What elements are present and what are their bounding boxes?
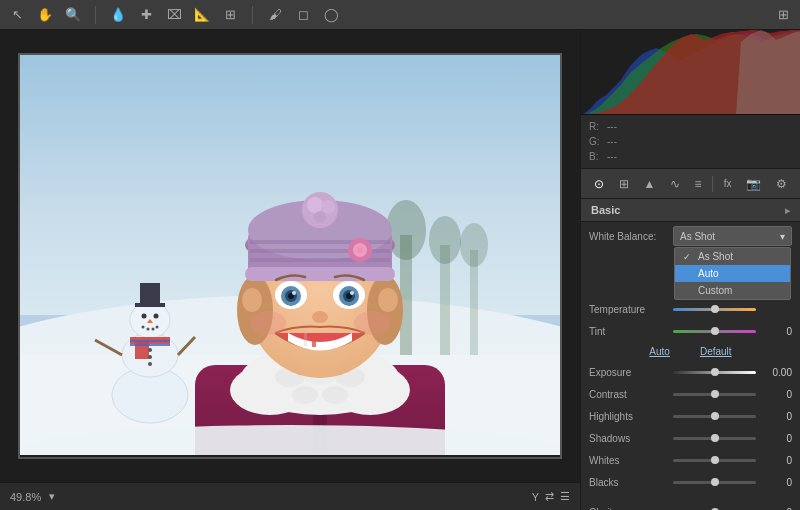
whites-value: 0 xyxy=(762,455,792,466)
brush-tool[interactable]: 🖌 xyxy=(266,6,284,24)
svg-point-71 xyxy=(350,291,354,295)
panel-icon-grid[interactable]: ⊞ xyxy=(615,174,633,194)
main-content: 49.8% ▾ Y ⇄ ☰ xyxy=(0,30,800,510)
shadows-track xyxy=(673,437,756,440)
svg-point-72 xyxy=(312,311,328,323)
wb-option-auto[interactable]: Auto xyxy=(675,265,790,282)
default-button[interactable]: Default xyxy=(700,346,732,357)
svg-point-76 xyxy=(354,311,390,335)
svg-point-59 xyxy=(307,197,323,213)
svg-point-30 xyxy=(148,362,152,366)
blacks-slider[interactable] xyxy=(673,475,756,489)
g-label: G: xyxy=(589,134,601,149)
svg-rect-74 xyxy=(304,333,307,346)
white-balance-dropdown[interactable]: As Shot ▾ ✓ As Shot Auto xyxy=(673,226,792,246)
auto-default-row: Auto Default xyxy=(581,342,800,361)
highlights-row: Highlights 0 xyxy=(581,405,800,427)
photo-frame xyxy=(18,53,562,459)
transform-tool[interactable]: ⊞ xyxy=(221,6,239,24)
hand-tool[interactable]: ✋ xyxy=(36,6,54,24)
zoom-level: 49.8% xyxy=(10,491,41,503)
shadows-slider[interactable] xyxy=(673,431,756,445)
shadows-thumb[interactable] xyxy=(711,434,719,442)
blacks-label: Blacks xyxy=(589,477,667,488)
svg-point-7 xyxy=(429,216,461,264)
whites-thumb[interactable] xyxy=(711,456,719,464)
clarity-slider[interactable] xyxy=(673,505,756,510)
panel-icon-fx[interactable]: fx xyxy=(720,175,736,192)
blacks-thumb[interactable] xyxy=(711,478,719,486)
panel-icon-tone-curve[interactable]: ∿ xyxy=(666,174,684,194)
clarity-label: Clarity xyxy=(589,507,667,511)
toolbar-sep-1 xyxy=(95,6,96,24)
section-collapse-icon[interactable]: ▸ xyxy=(785,205,790,216)
auto-button[interactable]: Auto xyxy=(649,346,670,357)
crop-tool[interactable]: ⌧ xyxy=(165,6,183,24)
exposure-slider[interactable] xyxy=(673,365,756,379)
b-value: --- xyxy=(607,149,617,164)
panel-icon-camera[interactable]: 📷 xyxy=(742,174,765,194)
circle-tool[interactable]: ◯ xyxy=(322,6,340,24)
straighten-tool[interactable]: 📐 xyxy=(193,6,211,24)
white-balance-row: White Balance: As Shot ▾ ✓ As Shot Auto xyxy=(581,222,800,250)
zoom-dropdown-arrow[interactable]: ▾ xyxy=(49,490,55,503)
highlights-label: Highlights xyxy=(589,411,667,422)
contrast-slider[interactable] xyxy=(673,387,756,401)
white-balance-label: White Balance: xyxy=(589,231,667,242)
contrast-value: 0 xyxy=(762,389,792,400)
wb-option-as-shot[interactable]: ✓ As Shot xyxy=(675,248,790,265)
tint-row: Tint 0 xyxy=(581,320,800,342)
basic-section: Basic ▸ White Balance: As Shot ▾ ✓ As Sh… xyxy=(581,199,800,510)
white-balance-tool[interactable]: 💧 xyxy=(109,6,127,24)
g-value: --- xyxy=(607,134,617,149)
color-sampler-tool[interactable]: ✚ xyxy=(137,6,155,24)
photo-area: 49.8% ▾ Y ⇄ ☰ xyxy=(0,30,580,510)
y-button[interactable]: Y xyxy=(532,491,539,503)
tint-label: Tint xyxy=(589,326,667,337)
svg-rect-14 xyxy=(140,283,160,305)
zoom-tool[interactable]: 🔍 xyxy=(64,6,82,24)
svg-rect-17 xyxy=(130,340,170,342)
svg-point-40 xyxy=(292,386,318,404)
svg-point-47 xyxy=(378,288,398,312)
pointer-tool[interactable]: ↖ xyxy=(8,6,26,24)
rgb-b-row: B: --- xyxy=(589,149,792,164)
whites-track xyxy=(673,459,756,462)
wb-option-custom[interactable]: Custom xyxy=(675,282,790,299)
panel-icon-bars[interactable]: ≡ xyxy=(690,174,705,194)
whites-row: Whites 0 xyxy=(581,449,800,471)
svg-point-9 xyxy=(460,223,488,267)
histogram-area xyxy=(581,30,800,115)
wb-option-auto-label: Auto xyxy=(698,268,719,279)
photo-scene xyxy=(20,55,560,455)
rgb-values: R: --- G: --- B: --- xyxy=(581,115,800,169)
panel-icon-gear[interactable]: ⚙ xyxy=(772,174,791,194)
panel-icon-settings[interactable]: ⊙ xyxy=(590,174,608,194)
rgb-r-row: R: --- xyxy=(589,119,792,134)
wb-dropdown-popup: ✓ As Shot Auto Custom xyxy=(674,247,791,300)
r-label: R: xyxy=(589,119,601,134)
menu-icon[interactable]: ☰ xyxy=(560,490,570,503)
whites-slider[interactable] xyxy=(673,453,756,467)
svg-point-19 xyxy=(142,314,147,319)
svg-rect-53 xyxy=(250,258,390,262)
panel-icon-triangle[interactable]: ▲ xyxy=(639,174,659,194)
r-value: --- xyxy=(607,119,617,134)
exposure-thumb[interactable] xyxy=(711,368,719,376)
svg-point-66 xyxy=(292,291,296,295)
swap-arrows-icon[interactable]: ⇄ xyxy=(545,490,554,503)
maximize-button[interactable]: ⊞ xyxy=(774,6,792,24)
highlights-value: 0 xyxy=(762,411,792,422)
contrast-thumb[interactable] xyxy=(711,390,719,398)
section-divider xyxy=(581,493,800,501)
photo-bottom-bar: 49.8% ▾ Y ⇄ ☰ xyxy=(0,482,580,510)
svg-point-57 xyxy=(357,247,363,253)
temperature-slider[interactable] xyxy=(673,302,756,316)
tint-thumb[interactable] xyxy=(711,327,719,335)
svg-point-75 xyxy=(250,311,286,335)
temp-thumb[interactable] xyxy=(711,305,719,313)
highlights-slider[interactable] xyxy=(673,409,756,423)
tint-slider[interactable] xyxy=(673,324,756,338)
eraser-tool[interactable]: ◻ xyxy=(294,6,312,24)
highlights-thumb[interactable] xyxy=(711,412,719,420)
